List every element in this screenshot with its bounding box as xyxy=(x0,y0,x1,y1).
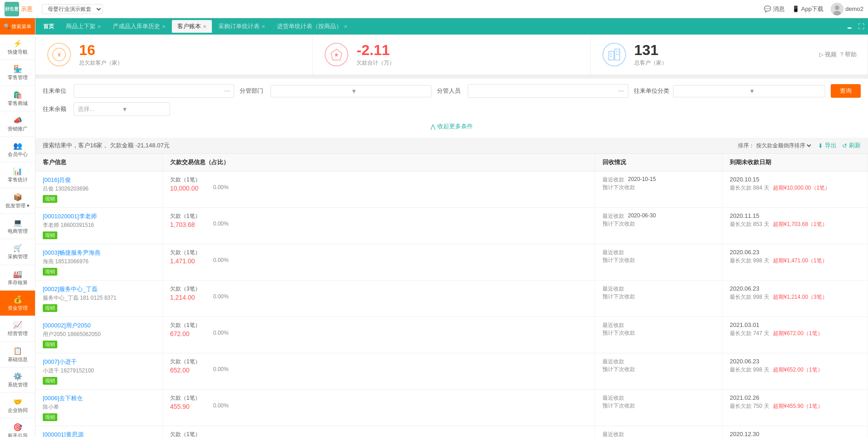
export-btn[interactable]: ⬇ 导出 xyxy=(818,141,837,150)
td-recovery-2: 最近收款 预计下次收款 xyxy=(595,244,722,280)
overdue-text-4[interactable]: 超期¥672.00（1笔） xyxy=(773,330,823,337)
customer-phone-3: 服务中心_丁磊 181 0125 8371 xyxy=(43,294,155,302)
person-field: 分管人员 ··· xyxy=(437,84,628,98)
message-btn[interactable]: 💬 消息 xyxy=(764,5,785,13)
debt-label-0: 欠款（1笔） xyxy=(170,176,201,184)
overdue-text-0[interactable]: 超期¥10,000.00（1笔） xyxy=(773,184,831,192)
td-recovery-4: 最近收款 预计下次收款 xyxy=(595,317,722,353)
search-icon: 🔍 xyxy=(4,23,10,30)
phone-icon: 📱 xyxy=(792,5,799,12)
tab-maximize-btn[interactable]: ⛶ xyxy=(856,22,866,31)
tab-close-incoming[interactable]: ✕ xyxy=(344,24,347,29)
stats-row: ¥ 16 总欠款客户（家） ★ -2.11 xyxy=(35,35,868,75)
sidebar-item-enterprise[interactable]: 🤝 企业协同 xyxy=(0,393,35,418)
source-unit-dots[interactable]: ··· xyxy=(224,87,230,95)
overdue-text-2[interactable]: 超期¥1,471.00（1笔） xyxy=(773,257,828,265)
tab-incoming[interactable]: 进货单统计表（按商品） ✕ xyxy=(271,20,353,33)
overdue-text-5[interactable]: 超期¥652.00（1笔） xyxy=(773,366,823,374)
customer-name-2[interactable]: [0003]畅捷服务尹海燕 xyxy=(43,249,155,257)
sidebar-item-retail-mall[interactable]: 🛍️ 零售商城 xyxy=(0,86,35,111)
debt-label-2: 欠款（1笔） xyxy=(170,249,201,256)
next-collection-0: 预计下次收款 xyxy=(602,184,715,191)
debt-percent-2: 0.00% xyxy=(213,257,229,263)
tab-close-purchase[interactable]: ✕ xyxy=(261,24,265,29)
search-menu-btn[interactable]: 🔍 搜索菜单 xyxy=(0,18,35,35)
person-input[interactable]: ··· xyxy=(468,84,628,98)
table-row: [0007]小迸千 小迸千 18279152100 现销 欠款（1笔） 652.… xyxy=(35,353,868,390)
sidebar: 🔍 搜索菜单 ⚡ 快捷导航 🏪 零售管理 🛍️ 零售商城 📣 营销推广 👥 会员… xyxy=(0,18,35,437)
sidebar-item-inventory[interactable]: 🏭 库存核算 xyxy=(0,265,35,291)
tab-customer[interactable]: 客户账本 ✕ xyxy=(172,20,212,33)
stat-icon-overdue: ¥ xyxy=(46,42,72,67)
tab-close-products[interactable]: ✕ xyxy=(97,24,101,29)
app-name: 示意 xyxy=(21,5,33,13)
td-due-7: 2020.12.30 最长欠款 808 天 超期¥429.00（1笔） xyxy=(722,426,868,437)
sidebar-item-operations[interactable]: 📈 经营管理 xyxy=(0,316,35,342)
customer-name-6[interactable]: [0006]去下粮仓 xyxy=(43,394,155,402)
sidebar-item-basic[interactable]: 📋 基础信息 xyxy=(0,342,35,367)
tab-close-production[interactable]: ✕ xyxy=(162,24,166,29)
customer-name-3[interactable]: [0002]服务中心_丁磊 xyxy=(43,285,155,293)
sidebar-item-retail-mgmt[interactable]: 🏪 零售管理 xyxy=(0,60,35,85)
customer-name-1[interactable]: [0001020001]李老师 xyxy=(43,212,155,221)
stat-info-total: 131 总客户（家） xyxy=(634,43,667,67)
td-debt-0: 欠款（1笔） 10,000.00 0.00% xyxy=(163,171,595,207)
source-unit-input[interactable]: ··· xyxy=(74,84,234,98)
sidebar-item-marketing[interactable]: 📣 营销推广 xyxy=(0,111,35,137)
user-profile[interactable]: demo2 xyxy=(831,3,863,15)
debt-amount-6: 455.90 xyxy=(170,403,201,410)
dept-arrow-icon: ▼ xyxy=(351,88,427,95)
tab-purchase[interactable]: 采购订单统计表 ✕ xyxy=(213,20,271,33)
customer-name-5[interactable]: [0007]小迸千 xyxy=(43,358,155,366)
td-customer-7: [000001]黄思源 黄思源 13552700226 现销 xyxy=(35,426,163,437)
customer-name-7[interactable]: [000001]黄思源 xyxy=(43,431,155,437)
recovery-label-2: 最近收款 xyxy=(602,249,624,256)
sidebar-item-retail-stats[interactable]: 📊 零售统计 xyxy=(0,162,35,188)
customer-name-4[interactable]: [000002]用户2050 xyxy=(43,321,155,330)
dept-select[interactable]: ▼ xyxy=(271,85,431,97)
overdue-text-1[interactable]: 超期¥1,703.68（1笔） xyxy=(773,221,828,228)
th-due: 到期未收款日期 xyxy=(722,154,868,171)
debt-percent-1: 0.00% xyxy=(213,221,229,227)
person-dots[interactable]: ··· xyxy=(618,87,624,95)
refresh-btn[interactable]: ↺ 刷新 xyxy=(842,141,861,150)
sort-select[interactable]: 按欠款金额倒序排序 xyxy=(754,142,813,149)
tab-close-customer[interactable]: ✕ xyxy=(203,24,206,29)
collapse-btn[interactable]: ⋀ 收起更多条件 xyxy=(431,122,473,131)
top-bar: 好生意 示意 母婴行业演示账套 💬 消息 📱 App下载 demo2 xyxy=(0,0,868,18)
customer-name-0[interactable]: [0016]吕俊 xyxy=(43,176,155,184)
tab-minimize-btn[interactable]: 🗕 xyxy=(844,22,854,31)
unit-class-select[interactable]: ▼ xyxy=(673,85,825,97)
help-btn[interactable]: ? 帮助 xyxy=(840,50,857,59)
sidebar-item-quick-nav[interactable]: ⚡ 快捷导航 xyxy=(0,35,35,60)
td-due-3: 2020.06.23 最长欠款 998 天 超期¥1,214.00（3笔） xyxy=(722,281,868,316)
balance-select[interactable]: 选择... ▼ xyxy=(74,102,170,116)
app-download-btn[interactable]: 📱 App下载 xyxy=(792,5,823,13)
sidebar-item-batch-mgmt[interactable]: 📦 批发管理 ▾ xyxy=(0,188,35,214)
company-select[interactable]: 母婴行业演示账套 xyxy=(42,4,103,14)
content-area: ¥ 16 总欠款客户（家） ★ -2.11 xyxy=(35,35,868,437)
sidebar-item-finance[interactable]: 💰 资金管理 xyxy=(0,291,35,316)
customer-phone-0: 吕俊 13026203696 xyxy=(43,185,155,193)
sidebar-item-ecommerce[interactable]: 💻 电商管理 xyxy=(0,214,35,239)
sidebar-item-member[interactable]: 👥 会员中心 xyxy=(0,137,35,162)
recovery-label-6: 最近收款 xyxy=(602,394,624,402)
customer-tag-3: 现销 xyxy=(43,304,57,312)
export-icon: ⬇ xyxy=(818,142,823,149)
debt-label-4: 欠款（1笔） xyxy=(170,321,201,329)
overdue-text-6[interactable]: 超期¥455.90（1笔） xyxy=(773,402,823,410)
tab-production[interactable]: 产成品入库单历史 ✕ xyxy=(107,20,171,33)
search-button[interactable]: 查询 xyxy=(831,84,861,98)
sidebar-item-newbie[interactable]: 🎯 新手引导 xyxy=(0,418,35,437)
tab-products[interactable]: 商品上下架 ✕ xyxy=(60,20,106,33)
td-recovery-3: 最近收款 预计下次收款 xyxy=(595,281,722,316)
due-date-3: 2020.06.23 xyxy=(730,285,860,292)
sidebar-item-purchase[interactable]: 🛒 采购管理 xyxy=(0,239,35,265)
sidebar-item-system[interactable]: ⚙️ 系统管理 xyxy=(0,367,35,393)
tab-controls: 🗕 ⛶ xyxy=(844,22,866,31)
video-btn[interactable]: ▷ 视频 xyxy=(819,50,837,59)
results-bar: 搜索结果中，客户16家， 欠款金额 -21,148.07元 排序：按欠款金额倒序… xyxy=(35,138,868,154)
debt-percent-6: 0.00% xyxy=(213,402,229,409)
overdue-text-3[interactable]: 超期¥1,214.00（3笔） xyxy=(773,293,828,301)
tab-home[interactable]: 首页 xyxy=(38,20,60,33)
